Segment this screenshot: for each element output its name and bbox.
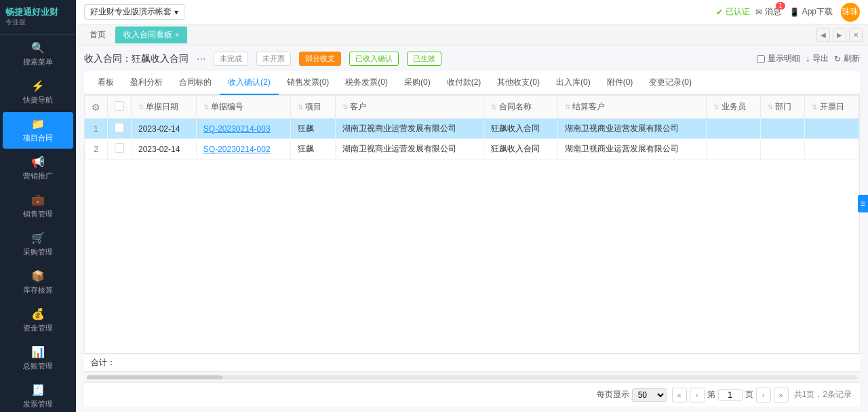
row-link-1[interactable]: SQ-20230214-002 (203, 145, 271, 154)
row-link-0[interactable]: SQ-20230214-003 (203, 124, 271, 134)
tab-contract-board[interactable]: 收入合同看板 × (115, 26, 187, 43)
last-page-btn[interactable]: » (774, 388, 789, 402)
sub-tab-9[interactable]: 出入库(0) (548, 71, 599, 95)
data-table-container[interactable]: ⚙ ⇅ 单据日期 ⇅ 单据编号 ⇅ 项目 ⇅ 客户 ⇅ 合同名称 ⇅ 结算客户 (84, 95, 860, 354)
sub-tab-8[interactable]: 其他收支(0) (489, 71, 548, 95)
status-confirmed-btn[interactable]: 已收入确认 (349, 52, 399, 66)
th-contract-name: ⇅ 合同名称 (484, 96, 557, 119)
horizontal-scrollbar[interactable] (84, 371, 860, 382)
contract-tools: 显示明细 ↓ 导出 ↻ 刷新 (757, 53, 860, 64)
sub-tab-5[interactable]: 税务发票(0) (337, 71, 396, 95)
sidebar-label-4: 销售管理 (23, 209, 53, 219)
th-salesperson: ⇅ 业务员 (707, 96, 760, 119)
chevron-down-icon: ▾ (174, 7, 178, 17)
page-input[interactable] (718, 389, 743, 401)
tab-next-btn[interactable]: ▶ (833, 29, 846, 42)
show-detail-toggle[interactable]: 显示明细 (757, 53, 800, 64)
refresh-btn[interactable]: ↻ 刷新 (834, 53, 860, 64)
sidebar-item-0[interactable]: 🔍搜索菜单 (3, 36, 73, 73)
row-checkbox-0[interactable] (115, 123, 124, 132)
tab-home[interactable]: 首页 (81, 26, 114, 43)
tabbar: 首页 收入合同看板 × ◀ ▶ ✕ (76, 24, 868, 46)
sub-tab-4[interactable]: 销售发票(0) (279, 71, 338, 95)
sidebar-item-1[interactable]: ⚡快捷导航 (3, 74, 73, 111)
data-table: ⚙ ⇅ 单据日期 ⇅ 单据编号 ⇅ 项目 ⇅ 客户 ⇅ 合同名称 ⇅ 结算客户 (85, 96, 859, 160)
user-avatar[interactable]: 珠珠 (841, 3, 860, 22)
prev-page-btn[interactable]: ‹ (690, 388, 705, 402)
row-invoice-date-0 (805, 119, 859, 139)
contract-name: 狂飙收入合同 (132, 53, 189, 64)
gear-icon[interactable]: ⚙ (92, 102, 100, 113)
row-check-0[interactable] (108, 119, 132, 139)
close-icon[interactable]: × (175, 31, 179, 39)
status-effective-btn[interactable]: 已生效 (407, 52, 441, 66)
sidebar-label-2: 项目合同 (23, 133, 53, 143)
tab-close-btn[interactable]: ✕ (849, 29, 863, 42)
sub-tab-0[interactable]: 看板 (90, 71, 122, 95)
row-code-1[interactable]: SQ-20230214-002 (196, 139, 290, 160)
sub-tab-3[interactable]: 收入确认(2) (220, 71, 279, 95)
sort-icon: ⇅ (768, 103, 773, 111)
sidebar-item-8[interactable]: 📊总账管理 (3, 340, 73, 377)
tab-content: ⚙ ⇅ 单据日期 ⇅ 单据编号 ⇅ 项目 ⇅ 客户 ⇅ 合同名称 ⇅ 结算客户 (84, 95, 860, 407)
status-noinvoice-btn[interactable]: 未开票 (256, 52, 291, 66)
next-page-btn[interactable]: › (756, 388, 771, 402)
more-options-btn[interactable]: ··· (197, 53, 205, 65)
table-row[interactable]: 1 2023-02-14 SQ-20230214-003 狂飙 湖南卫视商业运营… (85, 119, 859, 139)
row-final-customer-0: 湖南卫视商业运营发展有限公司 (557, 119, 707, 139)
main-content: 好业财专业版演示帐套 ▾ ✔ 已认证 ✉ 1 消息 📱 App下载 珠珠 首页 (76, 0, 868, 412)
message-btn[interactable]: ✉ 1 消息 (755, 6, 781, 18)
sidebar-icon-5: 🛒 (31, 231, 45, 244)
sidebar-label-7: 资金管理 (23, 323, 53, 333)
sub-tab-2[interactable]: 合同标的 (171, 71, 220, 95)
sort-icon: ⇅ (298, 103, 303, 111)
th-project: ⇅ 项目 (291, 96, 336, 119)
show-detail-checkbox[interactable] (757, 55, 765, 63)
sidebar-item-4[interactable]: 💼销售管理 (3, 188, 73, 225)
row-department-1 (760, 139, 805, 160)
company-selector[interactable]: 好业财专业版演示帐套 ▾ (84, 4, 184, 20)
sub-tab-6[interactable]: 采购(0) (396, 71, 439, 95)
th-date: ⇅ 单据日期 (132, 96, 197, 119)
th-code: ⇅ 单据编号 (196, 96, 290, 119)
sub-tab-7[interactable]: 收付款(2) (439, 71, 490, 95)
status-partial-btn[interactable]: 部分收支 (299, 52, 341, 66)
app-name: 畅捷通好业财 (5, 7, 58, 18)
sub-tab-11[interactable]: 变更记录(0) (641, 71, 700, 95)
sidebar-item-3[interactable]: 📢营销推广 (3, 150, 73, 187)
th-department: ⇅ 部门 (760, 96, 805, 119)
sidebar-item-2[interactable]: 📁项目合同 (3, 112, 73, 149)
app-download-label: App下载 (802, 6, 833, 18)
sidebar-item-7[interactable]: 💰资金管理 (3, 302, 73, 339)
topbar: 好业财专业版演示帐套 ▾ ✔ 已认证 ✉ 1 消息 📱 App下载 珠珠 (76, 0, 868, 24)
sidebar-item-6[interactable]: 📦库存核算 (3, 264, 73, 301)
row-final-customer-1: 湖南卫视商业运营发展有限公司 (557, 139, 707, 160)
status-incomplete-btn[interactable]: 未完成 (214, 52, 248, 66)
row-check-1[interactable] (108, 139, 132, 160)
sub-tab-1[interactable]: 盈利分析 (122, 71, 171, 95)
sidebar-icon-8: 📊 (31, 345, 45, 358)
app-download-btn[interactable]: 📱 App下载 (789, 6, 833, 18)
page-size-select[interactable]: 20 50 100 (632, 388, 667, 402)
first-page-btn[interactable]: « (672, 388, 687, 402)
topbar-actions: ✉ 1 消息 📱 App下载 珠珠 (755, 3, 860, 22)
sidebar-icon-3: 📢 (31, 155, 45, 168)
row-invoice-date-1 (805, 139, 859, 160)
tab-prev-btn[interactable]: ◀ (816, 29, 830, 42)
page-nav: « ‹ 第 页 › » (672, 388, 789, 402)
right-floating-icon[interactable]: ≡ (858, 195, 868, 212)
sub-tab-10[interactable]: 附件(0) (599, 71, 642, 95)
page-label: 第 (707, 389, 715, 400)
row-code-0[interactable]: SQ-20230214-003 (196, 119, 290, 139)
contract-prefix: 收入合同： (84, 53, 132, 64)
tab-navigation: ◀ ▶ ✕ (816, 29, 863, 42)
export-btn[interactable]: ↓ 导出 (806, 53, 829, 64)
scrollbar-track (87, 375, 857, 379)
sidebar-item-5[interactable]: 🛒采购管理 (3, 226, 73, 263)
select-all-checkbox[interactable] (115, 101, 124, 111)
scrollbar-thumb[interactable] (87, 375, 222, 379)
sort-icon: ⇅ (491, 103, 496, 111)
row-checkbox-1[interactable] (115, 143, 124, 153)
table-row[interactable]: 2 2023-02-14 SQ-20230214-002 狂飙 湖南卫视商业运营… (85, 139, 859, 160)
sidebar-item-9[interactable]: 🧾发票管理 (3, 378, 73, 412)
